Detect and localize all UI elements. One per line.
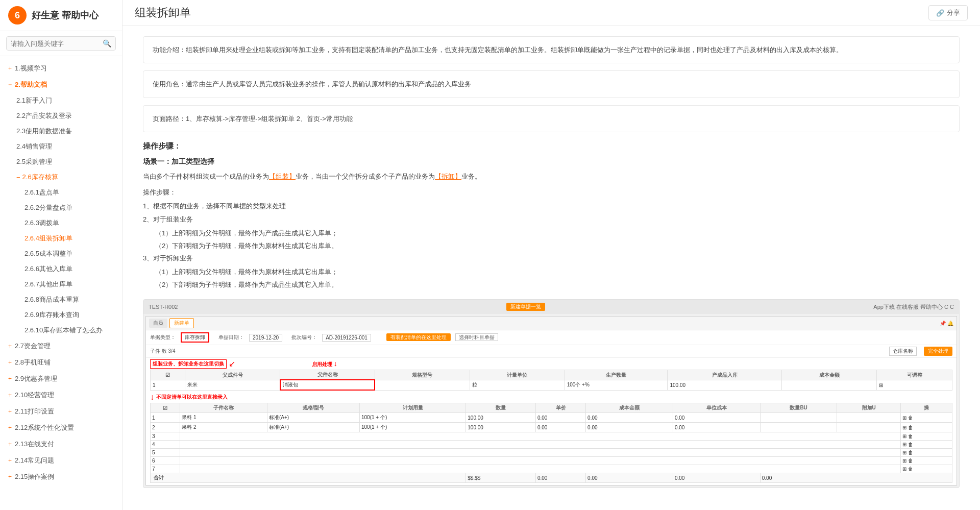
tr1-instock: 100.00 (668, 380, 782, 390)
sidebar-label-docs-24: 2.4销售管理 (16, 142, 52, 151)
sidebar-item-docs-269[interactable]: 2.6.9库存账本查询 (0, 307, 122, 323)
sidebar-item-docs-2610[interactable]: 2.6.10库存账本错了怎么办 (0, 323, 122, 338)
footer-rest: 0.00 (760, 473, 952, 483)
collapse-icon-docs: − (8, 81, 12, 88)
intro-text: 功能介绍：组装拆卸单用来处理企业组装或拆卸等加工业务，支持有固定装配清单的产品加… (153, 46, 843, 54)
search-icon[interactable]: 🔍 (103, 39, 111, 47)
logo-icon: 6 (8, 6, 27, 25)
sidebar-item-docs-26[interactable]: − 2.6库存核算 (0, 169, 122, 185)
sidebar-item-docs-27[interactable]: + 2.7资金管理 (0, 338, 122, 354)
sidebar-item-docs[interactable]: − 2.帮助文档 (0, 77, 122, 93)
sidebar-item-docs-215[interactable]: + 2.15操作案例 (0, 469, 122, 485)
sidebar-item-docs-266[interactable]: 2.6.6其他入库单 (0, 261, 122, 277)
sidebar-label-docs-267: 2.6.7其他出库单 (24, 280, 72, 289)
annotation3-arrow: ↙ (229, 359, 235, 369)
sidebar-item-docs-263[interactable]: 2.6.3调拨单 (0, 215, 122, 231)
screenshot-count-label: 子件 数 3/4 (150, 348, 175, 355)
sidebar-item-docs-212[interactable]: + 2.12系统个性化设置 (0, 420, 122, 436)
expand-icon-212: + (8, 424, 12, 431)
share-button[interactable]: 🔗 分享 (928, 5, 968, 20)
screenshot-warehouse-value: 仓库名称 (889, 347, 917, 356)
sidebar-label-docs-210: 2.10经营管理 (15, 391, 54, 400)
bth-qty: 数量 (466, 403, 536, 413)
sidebar-item-docs-214[interactable]: + 2.14常见问题 (0, 452, 122, 469)
btr2-addu (837, 423, 900, 432)
btr1-price: 0.00 (535, 413, 585, 423)
screenshot-annotation1: 有装配清单的在这里处理 (386, 333, 451, 341)
screenshot-batch-value: AD-20191226-001 (322, 334, 371, 342)
nav-tree: + 1.视频学习 − 2.帮助文档 2.1新手入门 2.2产品安装及登录 2.3… (0, 56, 122, 510)
sidebar-item-docs-25[interactable]: 2.5采购管理 (0, 154, 122, 169)
sidebar-item-docs-265[interactable]: 2.6.5成本调整单 (0, 246, 122, 261)
btr1-qtybu (760, 413, 837, 423)
screenshot-bottom-table: ☑ 子件名称 规格/型号 计划用量 数量 单价 成本金额 单位成本 数量BU 附… (150, 403, 952, 483)
link-assembly[interactable]: 【组装】 (269, 173, 296, 180)
th-adjustable: 可调整 (877, 370, 952, 380)
sidebar-item-docs-264[interactable]: 2.6.4组装拆卸单 (0, 231, 122, 246)
sidebar-item-docs-23[interactable]: 2.3使用前数据准备 (0, 124, 122, 139)
screenshot-date-value: 2019-12-20 (249, 334, 282, 342)
btr5-check: 5 (151, 449, 180, 457)
page-title: 组装拆卸单 (135, 5, 191, 20)
sidebar-item-label-video: 1.视频学习 (15, 64, 47, 73)
sidebar-item-docs-267[interactable]: 2.6.7其他出库单 (0, 277, 122, 292)
sidebar-label-docs-263: 2.6.3调拨单 (24, 218, 59, 228)
annotation5-arrow: ↓ (150, 393, 154, 402)
btr7-check: 7 (151, 465, 180, 473)
tr1-check: 1 (151, 380, 185, 390)
bth-actions: 操 (900, 403, 952, 413)
tr1-cost (782, 380, 877, 390)
link-disassembly[interactable]: 【拆卸】 (435, 173, 461, 180)
sidebar-item-docs-213[interactable]: + 2.13在线支付 (0, 436, 122, 452)
expand-icon-video: + (8, 65, 12, 72)
th-instock: 产成品入库 (668, 370, 782, 380)
tr1-adj: ⊞ (877, 380, 952, 390)
sidebar-item-docs-262[interactable]: 2.6.2分量盘点单 (0, 200, 122, 215)
btr2-act: ⊞ 🗑 (900, 423, 952, 432)
screenshot-annotation5: 不固定清单可以在这里直接录入 (156, 394, 228, 401)
tr1-code: 米米 (185, 380, 280, 390)
sidebar-item-docs-28[interactable]: + 2.8手机旺铺 (0, 354, 122, 371)
btr4-act: ⊞ 🗑 (900, 441, 952, 449)
step-2-sub1: （1）上部明细为父件明细，最终作为产成品生成其它入库单； (155, 227, 960, 240)
btr1-addu (837, 413, 900, 423)
sidebar-label-docs-268: 2.6.8商品成本重算 (24, 295, 79, 304)
step-3-sub2: （2）下部明细为子件明细，最终作为产成品生成其它入库单。 (155, 279, 960, 292)
btr1-check: 1 (151, 413, 180, 423)
btr5-empty (180, 449, 901, 457)
role-block: 使用角色：通常由生产人员或库管人员完成拆装业务的操作，库管人员确认原材料的出库和… (143, 70, 960, 98)
logo-text: 好生意 帮助中心 (32, 9, 99, 21)
screenshot-annotation4: 启用处理 (312, 361, 332, 367)
sidebar-item-docs-22[interactable]: 2.2产品安装及登录 (0, 108, 122, 124)
footer-unitcost: 0.00 (673, 473, 760, 483)
tr1-spec (375, 380, 470, 390)
screenshot-tab-home: 自员 (149, 319, 167, 328)
role-text: 使用角色：通常由生产人员或库管人员完成拆装业务的操作，库管人员确认原材料的出库和… (153, 80, 471, 88)
btr3-act: ⊞ 🗑 (900, 432, 952, 441)
tr1-qty: 100个 +% (565, 380, 668, 390)
screenshot-doctype-value: 库存拆卸 (181, 332, 209, 343)
expand-icon-210: + (8, 392, 12, 399)
bth-plan: 计划用量 (359, 403, 465, 413)
bth-addu: 附加U (837, 403, 900, 413)
btr2-spec: 标准(A+) (267, 423, 360, 432)
sidebar-item-docs-268[interactable]: 2.6.8商品成本重算 (0, 292, 122, 307)
share-icon: 🔗 (936, 9, 944, 17)
path-block: 页面路径：1、库存核算->库存管理->组装拆卸单 2、首页->常用功能 (143, 105, 960, 132)
sidebar-item-docs-29[interactable]: + 2.9优惠券管理 (0, 371, 122, 387)
sidebar-item-video[interactable]: + 1.视频学习 (0, 60, 122, 77)
sidebar-item-docs-210[interactable]: + 2.10经营管理 (0, 387, 122, 403)
sidebar-item-docs-261[interactable]: 2.6.1盘点单 (0, 185, 122, 200)
btr7-act: ⊞ 🗑 (900, 465, 952, 473)
sidebar-label-docs-2610: 2.6.10库存账本错了怎么办 (24, 326, 103, 335)
expand-icon-215: + (8, 473, 12, 480)
th-spec: 规格型号 (375, 370, 470, 380)
sidebar-item-docs-211[interactable]: + 2.11打印设置 (0, 403, 122, 420)
search-input[interactable] (11, 40, 103, 47)
sidebar-item-docs-24[interactable]: 2.4销售管理 (0, 139, 122, 154)
scene-title: 场景一：加工类型选择 (143, 157, 960, 166)
step-3: 3、对于拆卸业务 (143, 252, 960, 265)
sidebar-item-docs-21[interactable]: 2.1新手入门 (0, 93, 122, 108)
btr2-price: 0.00 (535, 423, 585, 432)
btr6-empty (180, 457, 901, 465)
